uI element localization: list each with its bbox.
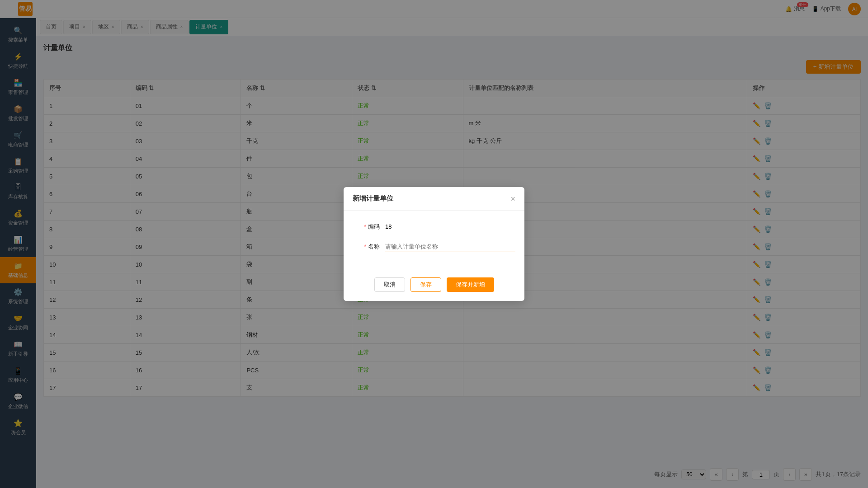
modal-title: 新增计量单位 — [353, 194, 393, 203]
code-input[interactable] — [385, 221, 515, 232]
save-button[interactable]: 保存 — [410, 277, 441, 292]
modal-overlay[interactable]: 新增计量单位 × * 编码 * 名称 取消 保存 保存并新增 — [0, 0, 868, 488]
required-mark-name: * — [364, 243, 366, 250]
add-unit-modal: 新增计量单位 × * 编码 * 名称 取消 保存 保存并新增 — [344, 187, 524, 301]
modal-body: * 编码 * 名称 — [344, 211, 524, 272]
form-row-code: * 编码 — [353, 221, 515, 232]
modal-footer: 取消 保存 保存并新增 — [344, 272, 524, 301]
name-label: * 名称 — [353, 243, 380, 251]
form-row-name: * 名称 — [353, 241, 515, 252]
name-input[interactable] — [385, 241, 515, 252]
code-label: * 编码 — [353, 223, 380, 231]
save-and-new-button[interactable]: 保存并新增 — [447, 277, 494, 292]
cancel-button[interactable]: 取消 — [374, 277, 405, 292]
required-mark: * — [364, 223, 366, 230]
modal-header: 新增计量单位 × — [344, 187, 524, 211]
modal-close-button[interactable]: × — [510, 195, 515, 203]
